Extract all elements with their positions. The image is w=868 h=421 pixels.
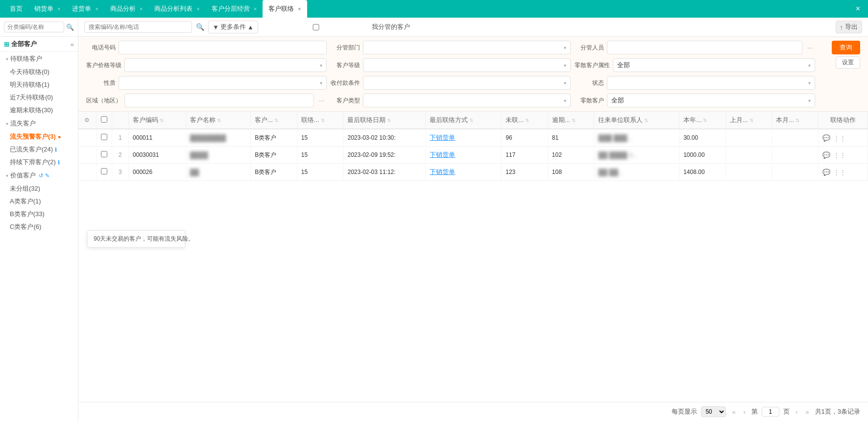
close-all-button[interactable]: ×	[852, 4, 864, 13]
sidebar-item-week[interactable]: 近7天待联络(0)	[0, 91, 78, 104]
tab-purchase[interactable]: 进货单 ×	[66, 0, 104, 18]
sidebar-item-class-c[interactable]: C类客户(6)	[0, 221, 78, 233]
row-method-2[interactable]: 下销货单	[426, 164, 502, 181]
filter-price-level-select[interactable]: ▾	[124, 58, 327, 72]
sidebar-item-tomorrow[interactable]: 明天待联络(1)	[0, 78, 78, 91]
next-page-button[interactable]: ›	[794, 407, 799, 417]
close-analysis-icon[interactable]: ×	[140, 6, 143, 12]
filter-retail-attr: 零散客户属性 全部 ▾	[575, 58, 815, 72]
col-unit-contact[interactable]: 往来单位联系人 ⇅	[594, 112, 679, 129]
first-page-button[interactable]: «	[730, 407, 737, 417]
region-dots-icon[interactable]: ···	[317, 97, 327, 104]
sidebar-item-class-b[interactable]: B类客户(33)	[0, 208, 78, 221]
action-more-icon-1[interactable]: ⋮⋮	[833, 151, 846, 159]
export-button[interactable]: ↑ 导出	[836, 21, 863, 33]
tab-home[interactable]: 首页	[4, 0, 28, 18]
col-no-contact[interactable]: 未联... ⇅	[502, 112, 548, 129]
row-date-0: 2023-03-02 10:30:	[343, 129, 426, 147]
filter-row-4: 区域（地区） ··· 客户类型 ▾ 零散客户	[86, 94, 815, 107]
col-type[interactable]: 客户... ⇅	[251, 112, 297, 129]
filter-status-select[interactable]: ▾	[607, 76, 815, 90]
total-info: 共1页，3条记录	[815, 407, 860, 416]
col-overdue[interactable]: 逾期... ⇅	[548, 112, 594, 129]
action-chat-icon-1[interactable]: 💬	[822, 151, 830, 159]
col-contacts[interactable]: 联络... ⇅	[297, 112, 343, 129]
value-edit-icon[interactable]: ✎	[45, 173, 49, 179]
col-settings[interactable]: ⚙	[78, 112, 96, 129]
filter-person-select[interactable]	[607, 41, 802, 54]
row-checkbox-cell-1[interactable]	[96, 147, 112, 164]
col-name[interactable]: 客户名称 ⇅	[186, 112, 250, 129]
filter-customer-type-select[interactable]: ▾	[363, 94, 571, 107]
action-chat-icon-0[interactable]: 💬	[822, 134, 830, 142]
sidebar-group-churn-title[interactable]: ▾ 流失客户	[0, 117, 78, 130]
filter-person: 分管人员 ···	[575, 41, 815, 54]
row-checkbox-cell-0[interactable]	[96, 129, 112, 147]
col-this-year[interactable]: 本年... ⇅	[679, 112, 726, 129]
value-refresh-icon[interactable]: ↺	[39, 173, 43, 179]
row-action-1[interactable]: 💬⋮⋮	[819, 147, 868, 164]
per-page-select[interactable]: 50 100 200	[701, 406, 726, 417]
close-segment-icon[interactable]: ×	[254, 6, 257, 12]
table-wrapper[interactable]: ⚙ 客户编码 ⇅	[78, 112, 868, 402]
filter-phone-input[interactable]	[119, 41, 327, 54]
sidebar-item-class-a[interactable]: A类客户(1)	[0, 195, 78, 208]
action-more-icon-2[interactable]: ⋮⋮	[833, 169, 846, 176]
close-analysis-list-icon[interactable]: ×	[196, 6, 199, 12]
close-contact-icon[interactable]: ×	[298, 6, 301, 12]
row-action-0[interactable]: 💬⋮⋮	[819, 129, 868, 147]
filter-nature-select[interactable]: ▾	[119, 76, 327, 90]
tab-analysis[interactable]: 商品分析 ×	[104, 0, 148, 18]
all-customers-header[interactable]: ⊞ 全部客户 «	[0, 37, 78, 52]
tab-analysis-list[interactable]: 商品分析列表 ×	[148, 0, 205, 18]
search-input[interactable]	[84, 21, 192, 33]
col-last-contact-method[interactable]: 最后联络方式 ⇅	[426, 112, 502, 129]
sidebar-item-churn-actual[interactable]: 已流失客户(24) ℹ	[0, 143, 78, 156]
prev-page-button[interactable]: ‹	[742, 407, 747, 417]
sidebar-item-churn-down[interactable]: 持续下滑客户(2) ℹ	[0, 156, 78, 169]
filter-retail-attr-select[interactable]: 全部 ▾	[613, 58, 815, 72]
sidebar-group-pending-title[interactable]: ▾ 待联络客户	[0, 52, 78, 66]
row-checkbox-cell-2[interactable]	[96, 164, 112, 181]
col-code[interactable]: 客户编码 ⇅	[129, 112, 186, 129]
row-checkbox-1[interactable]	[101, 151, 107, 157]
tab-customer-contact[interactable]: 客户联络 ×	[263, 0, 307, 18]
filter-region-input[interactable]	[124, 94, 314, 107]
action-chat-icon-2[interactable]: 💬	[822, 169, 830, 176]
select-all-checkbox[interactable]	[101, 116, 107, 123]
last-page-button[interactable]: »	[803, 407, 811, 417]
row-checkbox-2[interactable]	[101, 168, 107, 174]
close-sales-icon[interactable]: ×	[57, 6, 60, 12]
query-button[interactable]: 查询	[832, 41, 860, 54]
page-number-input[interactable]	[762, 407, 779, 417]
more-conditions-button[interactable]: ▼ 更多条件 ▲	[208, 21, 258, 33]
row-method-0[interactable]: 下销货单	[426, 129, 502, 147]
filter-payment-select[interactable]: ▾	[363, 76, 571, 90]
col-last-month[interactable]: 上月... ⇅	[725, 112, 772, 129]
my-customers-checkbox[interactable]	[262, 24, 370, 30]
sidebar-group-value-title[interactable]: ▾ 价值客户 ↺ ✎	[0, 169, 78, 182]
row-checkbox-0[interactable]	[101, 134, 107, 140]
filter-retail-select[interactable]: 全部 ▾	[607, 94, 815, 107]
col-last-contact-date[interactable]: 最后联络日期 ⇅	[343, 112, 426, 129]
my-customers-checkbox-label[interactable]: 我分管的客户	[262, 23, 410, 31]
col-checkbox[interactable]	[96, 112, 112, 129]
row-action-2[interactable]: 💬⋮⋮	[819, 164, 868, 181]
sidebar-search-input[interactable]	[4, 22, 64, 32]
close-purchase-icon[interactable]: ×	[95, 6, 98, 12]
sidebar-item-unsorted[interactable]: 未分组(32)	[0, 182, 78, 195]
filter-dept-select[interactable]: ▾	[363, 41, 571, 54]
person-dots-icon[interactable]: ···	[805, 44, 815, 51]
tab-customer-segment[interactable]: 客户分层经营 ×	[206, 0, 263, 18]
settings-button[interactable]: 设置	[836, 56, 860, 69]
filter-payment: 收付款条件 ▾	[331, 76, 571, 90]
row-method-1[interactable]: 下销货单	[426, 147, 502, 164]
sidebar-item-today[interactable]: 今天待联络(0)	[0, 66, 78, 78]
sidebar-item-churn-predicted[interactable]: 流失预警客户(3) ●	[0, 130, 78, 143]
filter-customer-level-select[interactable]: ▾	[363, 58, 571, 72]
search-button[interactable]: 🔍	[196, 23, 204, 31]
tab-sales[interactable]: 销货单 ×	[28, 0, 66, 18]
action-more-icon-0[interactable]: ⋮⋮	[833, 134, 846, 142]
sidebar-item-overdue[interactable]: 逾期未联络(30)	[0, 104, 78, 117]
col-this-month[interactable]: 本月... ⇅	[772, 112, 819, 129]
